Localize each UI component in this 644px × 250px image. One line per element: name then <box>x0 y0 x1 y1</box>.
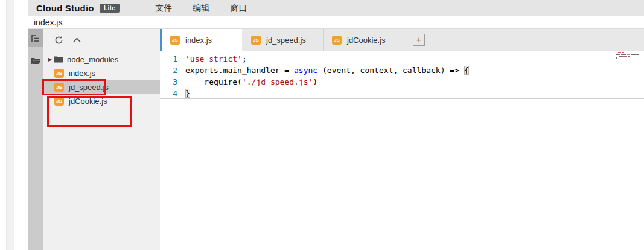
top-menu-bar: Cloud Studio Lite 文件编辑窗口 <box>28 0 644 16</box>
code-lines: 1'use strict';2exports.main_handler = as… <box>160 51 644 99</box>
new-tab-button[interactable]: + <box>413 34 425 46</box>
app-logo: Cloud Studio <box>36 3 94 13</box>
minimap-row <box>616 57 643 59</box>
tabs: JSindex.jsJSjd_speed.jsJSjdCookie.js <box>162 29 404 51</box>
js-file-icon: JS <box>251 36 261 45</box>
js-file-icon: JS <box>332 36 342 45</box>
left-gutter-strip <box>6 0 14 250</box>
annotation-box-jd-speed <box>42 79 106 95</box>
tab-bar: JSindex.jsJSjd_speed.jsJSjdCookie.js + <box>160 29 644 51</box>
code-line[interactable]: 1'use strict'; <box>160 53 644 65</box>
activity-bar <box>28 29 43 250</box>
code-text: require('./jd_speed.js') <box>185 76 317 88</box>
menu-bar: 文件编辑窗口 <box>145 3 257 14</box>
folder-icon <box>31 57 40 65</box>
tab-label: jdCookie.js <box>347 36 386 45</box>
tab-label: jd_speed.js <box>266 36 306 45</box>
lite-badge: Lite <box>100 4 120 13</box>
refresh-button[interactable] <box>53 34 65 46</box>
tree-item-label: index.js <box>69 69 95 78</box>
main-area: ▶node_modulesJSindex.jsJSjd_speed.jsJSjd… <box>28 29 644 250</box>
code-text: 'use strict'; <box>185 53 247 65</box>
menu-item[interactable]: 编辑 <box>182 3 220 14</box>
code-line[interactable]: 2exports.main_handler = async (event, co… <box>160 65 644 76</box>
activity-outline-button[interactable] <box>28 29 43 47</box>
tab[interactable]: JSjdCookie.js <box>324 29 404 51</box>
minimap-row <box>616 54 643 55</box>
tree-item[interactable]: JSindex.js <box>43 66 160 80</box>
tab-label: index.js <box>185 36 212 45</box>
minimap-row <box>616 52 643 53</box>
menu-item[interactable]: 文件 <box>145 3 182 14</box>
line-number: 2 <box>160 65 185 76</box>
code-text: } <box>185 88 190 98</box>
code-editor[interactable]: 1'use strict';2exports.main_handler = as… <box>160 51 644 250</box>
activity-files-button[interactable] <box>28 52 43 70</box>
tree-item[interactable]: ▶node_modules <box>43 53 160 66</box>
js-file-icon: JS <box>170 36 180 45</box>
js-file-icon: JS <box>54 69 64 78</box>
outline-tree-icon <box>31 34 40 42</box>
tab[interactable]: JSindex.js <box>162 29 243 51</box>
code-line[interactable]: 3 require('./jd_speed.js') <box>160 76 644 88</box>
file-explorer-panel: ▶node_modulesJSindex.jsJSjd_speed.jsJSjd… <box>43 29 160 250</box>
annotation-box-jdcookie <box>47 96 132 127</box>
code-text: exports.main_handler = async (event, con… <box>185 65 469 76</box>
line-number: 4 <box>160 88 185 98</box>
cloud-studio-window: Cloud Studio Lite 文件编辑窗口 index.js <box>0 0 644 250</box>
explorer-toolbar <box>43 29 160 51</box>
line-number: 3 <box>160 76 185 88</box>
folder-icon <box>54 56 63 63</box>
breadcrumb-bar: index.js <box>28 16 644 29</box>
collapse-all-button[interactable] <box>71 34 83 46</box>
breadcrumb: index.js <box>34 18 62 27</box>
line-number: 1 <box>160 53 185 65</box>
tab[interactable]: JSjd_speed.js <box>243 29 324 51</box>
code-line[interactable]: 4} <box>160 88 644 99</box>
minimap[interactable] <box>616 52 643 59</box>
tree-item-label: node_modules <box>67 55 118 64</box>
menu-item[interactable]: 窗口 <box>220 3 257 14</box>
minimap-row <box>616 56 643 57</box>
editor-group: JSindex.jsJSjd_speed.jsJSjdCookie.js + 1… <box>160 29 644 250</box>
chevron-right-icon[interactable]: ▶ <box>48 57 54 62</box>
